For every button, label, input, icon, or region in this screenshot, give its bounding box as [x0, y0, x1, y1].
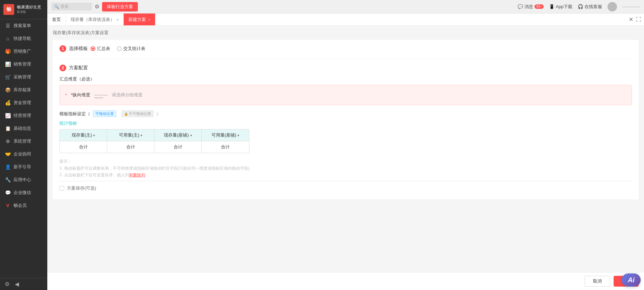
template-section: 1 选择模板 汇总表 交叉统计表	[59, 45, 632, 52]
tools-icon: 🔧	[5, 177, 11, 183]
radio-summary-table[interactable]: 汇总表	[91, 46, 110, 52]
search-menu-icon: ☰	[5, 23, 11, 29]
stats-section: 统计指标 现存量(主) ▾ 可用量(主) ▾	[59, 120, 632, 153]
sidebar-item-wechat[interactable]: 💬 企业微信	[0, 186, 47, 199]
stats-col-3[interactable]: 可用量(基辅) ▾	[202, 129, 249, 141]
tab-inventory[interactable]: 现存量（库存状况表） ×	[66, 14, 124, 25]
stats-table-row: 合计 合计 合计 合计	[60, 141, 249, 153]
headset-icon: 🎧	[578, 4, 583, 9]
window-close-icon[interactable]: ✕	[629, 16, 633, 23]
tips-section: 提示： 1. 拖动标题栏可以调整布局，不可跨维度或指标区域拖动栏目字段(只能在同…	[59, 159, 632, 178]
sidebar-item-system[interactable]: ⚙ 系统管理	[0, 135, 47, 148]
tab-home[interactable]: 首页	[47, 14, 66, 25]
footer-buttons: 取消 查询	[47, 272, 644, 290]
section2-num: 2	[59, 65, 66, 71]
logo-text: 畅康通好生意 标准版	[17, 5, 41, 15]
try-industry-button[interactable]: 体验行业方案	[102, 2, 138, 11]
stats-cell-1: 合计	[107, 141, 154, 153]
phone-icon: 📱	[549, 4, 554, 9]
draggable-badge: 可拖动位置	[93, 111, 116, 117]
stats-label: 统计指标	[59, 120, 632, 126]
sidebar-item-basic-info[interactable]: 📋 基础信息	[0, 122, 47, 135]
topbar-right: 💬 消息 99+ 📱 App下载 🎧 在线客服 ————	[518, 2, 640, 11]
delete-col-link[interactable]: 和	[129, 173, 133, 177]
lock-icon: 🔒	[124, 112, 128, 116]
sidebar-item-search[interactable]: ☰ 搜索菜单	[0, 19, 47, 32]
settings-bottom-icon[interactable]: ⚙	[5, 281, 9, 287]
ai-badge[interactable]: Ai	[622, 273, 641, 287]
section-divider-1	[59, 59, 632, 59]
dim-separator-line: ——	[94, 95, 108, 95]
app-download-button[interactable]: 📱 App下载	[549, 4, 572, 10]
dim-placeholder-text[interactable]: 请选择分组维度	[112, 92, 143, 98]
radio-cross-table[interactable]: 交叉统计表	[117, 46, 145, 52]
main-area: 🔍 搜索 ⚙ 体验行业方案 💬 消息 99+ 📱 App下载 🎧 在线客服 ——…	[47, 0, 644, 290]
sidebar-item-purchase[interactable]: 🛒 采购管理	[0, 71, 47, 83]
money-icon: 💰	[5, 100, 11, 106]
sidebar-logo: 畅 畅康通好生意 标准版	[0, 0, 47, 19]
box-icon: 📦	[5, 87, 11, 93]
section1-header: 1 选择模板 汇总表 交叉统计表	[59, 45, 632, 52]
tip-item-1: 2. 点击标题栏下拉可设置排序、插入列和删除列	[59, 172, 632, 178]
cancel-button[interactable]: 取消	[585, 276, 610, 287]
topbar-search[interactable]: 🔍 搜索	[51, 3, 92, 10]
save-checkbox[interactable]	[59, 186, 64, 191]
sidebar-item-app-center[interactable]: 🔧 应用中心	[0, 173, 47, 186]
sidebar-item-sales[interactable]: 📊 销售管理	[0, 58, 47, 71]
section2-title: 方案配置	[69, 65, 88, 71]
dim-vertical-label: *纵向维度	[71, 92, 90, 98]
dim-red-box: * *纵向维度 —— 请选择分组维度	[59, 85, 632, 105]
col3-chevron-icon: ▾	[238, 134, 239, 137]
info-icon: 📋	[5, 125, 11, 131]
collapse-icon[interactable]: ◀	[15, 281, 19, 287]
sidebar-item-marketing[interactable]: 🎁 营销推广	[0, 45, 47, 58]
indicator-label: 模板指标设定（ 可拖动位置 🔒 不可拖动位置 ）	[59, 111, 632, 117]
section2-header: 2 方案配置	[59, 65, 632, 71]
avatar[interactable]	[608, 2, 617, 11]
stats-cell-0: 合计	[60, 141, 107, 153]
gear-icon: ⚙	[5, 138, 11, 144]
message-button[interactable]: 💬 消息 99+	[518, 4, 544, 10]
plan-config-section: 2 方案配置 汇总维度（必选） * *纵向维度 —— 请选择分组维度	[59, 65, 632, 178]
online-service-button[interactable]: 🎧 在线客服	[578, 4, 602, 10]
stats-col-2[interactable]: 现存量(基辅) ▾	[154, 129, 202, 141]
sidebar-scroll: ☰ 搜索菜单 ⌂ 快捷导航 🎁 营销推广 📊 销售管理 🛒 采购管理 📦 库存核…	[0, 19, 47, 278]
topbar: 🔍 搜索 ⚙ 体验行业方案 💬 消息 99+ 📱 App下载 🎧 在线客服 ——…	[47, 0, 644, 14]
window-expand-icon[interactable]: ⛶	[636, 17, 641, 23]
section1-title: 选择模板	[69, 46, 88, 52]
chart-icon: 📊	[5, 61, 11, 67]
window-controls: ✕ ⛶	[629, 16, 644, 23]
sidebar-item-inventory[interactable]: 📦 库存核算	[0, 83, 47, 96]
delete-col-link2[interactable]: 删除列	[133, 173, 145, 177]
non-draggable-badge: 🔒 不可拖动位置	[122, 111, 153, 117]
vertical-dim-row: * *纵向维度 —— 请选择分组维度	[65, 92, 626, 98]
save-checkbox-area: 方案保存(可选)	[59, 181, 632, 194]
dim-required-star: *	[65, 93, 67, 98]
indicator-settings: 模板指标设定（ 可拖动位置 🔒 不可拖动位置 ） 统计指标	[59, 111, 632, 153]
tab-new-plan-close-icon[interactable]: ×	[148, 18, 150, 22]
stats-col-0[interactable]: 现存量(主) ▾	[60, 129, 107, 141]
gift-icon: 🎁	[5, 48, 11, 54]
home-icon: ⌂	[5, 35, 11, 42]
sidebar-item-operations[interactable]: 📈 经营管理	[0, 109, 47, 122]
topbar-gear-icon[interactable]: ⚙	[95, 3, 99, 10]
sidebar: 畅 畅康通好生意 标准版 ☰ 搜索菜单 ⌂ 快捷导航 🎁 营销推广 📊 销售管理…	[0, 0, 47, 290]
sidebar-item-quicknav[interactable]: ⌂ 快捷导航	[0, 32, 47, 45]
stats-table: 现存量(主) ▾ 可用量(主) ▾ 现存量(基辅)	[59, 129, 249, 153]
sidebar-item-membership[interactable]: V 畅会员	[0, 199, 47, 212]
message-badge: 99+	[535, 4, 544, 9]
sidebar-item-newbie[interactable]: 👤 新手引导	[0, 161, 47, 173]
sidebar-item-finance[interactable]: 💰 资金管理	[0, 96, 47, 109]
sidebar-item-cooperation[interactable]: 🤝 企业协同	[0, 148, 47, 161]
col1-chevron-icon: ▾	[141, 134, 142, 137]
sidebar-bottom: ⚙ ◀	[0, 278, 47, 290]
stats-table-header: 现存量(主) ▾ 可用量(主) ▾ 现存量(基辅)	[60, 129, 249, 141]
tab-new-plan[interactable]: 新建方案 ×	[124, 14, 155, 25]
config-card: 1 选择模板 汇总表 交叉统计表	[53, 40, 639, 199]
stats-col-1[interactable]: 可用量(主) ▾	[107, 129, 154, 141]
tab-inventory-close-icon[interactable]: ×	[117, 18, 119, 22]
col2-chevron-icon: ▾	[190, 134, 192, 137]
vip-icon: V	[5, 202, 11, 209]
stats-cell-3: 合计	[202, 141, 249, 153]
section1-num: 1	[59, 45, 66, 52]
